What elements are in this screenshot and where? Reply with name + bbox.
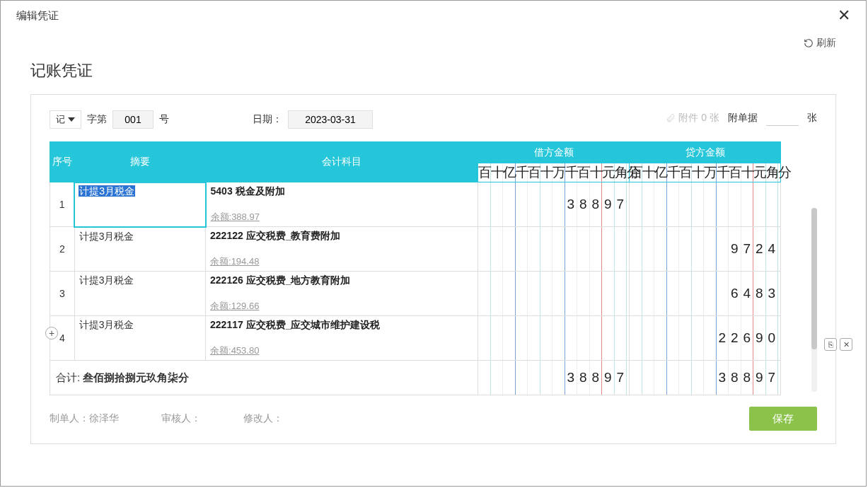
debit-digit-header: 百十亿千百十万千百十元角分	[478, 163, 630, 182]
summary-cell[interactable]: 计提3月税金	[74, 227, 205, 272]
digit-cell: 0	[766, 316, 779, 360]
credit-amount[interactable]: 6483	[630, 272, 781, 316]
digit-cell	[615, 316, 627, 360]
digit-cell	[478, 227, 491, 271]
debit-amount[interactable]: 38897	[478, 182, 630, 227]
digit-cell	[778, 227, 791, 271]
account-cell[interactable]: 222122 应交税费_教育费附加余额:194.48	[206, 227, 478, 272]
digit-cell: 万	[552, 163, 565, 182]
debit-amount[interactable]	[478, 272, 630, 316]
attach-count-input[interactable]	[766, 110, 799, 126]
account-cell[interactable]: 222117 应交税费_应交城市维护建设税余额:453.80	[206, 316, 478, 361]
digit-cell	[491, 316, 504, 360]
digit-cell: 万	[704, 163, 717, 182]
page-title: 记账凭证	[30, 60, 836, 81]
digit-cell	[667, 361, 680, 395]
digit-cell: 百	[729, 163, 741, 182]
digit-cell	[528, 361, 540, 395]
digit-cell	[491, 361, 504, 395]
add-row-button[interactable]: +	[45, 327, 58, 339]
digit-cell	[540, 227, 553, 271]
digit-cell	[540, 182, 553, 226]
digit-cell	[692, 361, 705, 395]
summary-cell[interactable]: 计提3月税金	[74, 316, 205, 361]
digit-cell: 角	[766, 163, 779, 182]
digit-cell	[565, 272, 578, 315]
digit-cell	[679, 272, 692, 315]
digit-cell: 百	[528, 163, 540, 182]
digit-cell	[478, 316, 491, 360]
digit-cell	[654, 316, 667, 360]
digit-cell	[516, 316, 528, 360]
debit-amount[interactable]	[478, 227, 630, 272]
table-row: 4计提3月税金222117 应交税费_应交城市维护建设税余额:453.80226…	[50, 316, 781, 361]
digit-cell: 9	[753, 316, 766, 360]
digit-cell	[692, 227, 705, 271]
summary-cell[interactable]: 计提3月税金	[74, 182, 205, 227]
digit-cell: 6	[741, 316, 754, 360]
digit-cell	[667, 272, 680, 315]
date-input[interactable]	[288, 110, 373, 129]
account-cell[interactable]: 222126 应交税费_地方教育附加余额:129.66	[206, 272, 478, 316]
modal-title: 编辑凭证	[16, 9, 59, 23]
row-index: 3	[50, 272, 75, 316]
digit-cell	[692, 272, 705, 315]
digit-cell: 角	[615, 163, 627, 182]
digit-cell	[679, 361, 692, 395]
digit-cell	[577, 272, 590, 315]
debit-amount[interactable]	[478, 316, 630, 361]
digit-cell	[503, 316, 516, 360]
attachment-link[interactable]: 附件 0 张	[666, 112, 719, 124]
row-index: 1	[50, 182, 75, 227]
credit-amount[interactable]: 22690	[630, 316, 781, 361]
copy-row-button[interactable]: ⎘	[824, 338, 837, 351]
table-row: 1计提3月税金5403 税金及附加余额:388.9738897	[50, 182, 781, 227]
voucher-type-select[interactable]: 记	[50, 110, 81, 129]
table-row: 3计提3月税金222126 应交税费_地方教育附加余额:129.666483	[50, 272, 781, 316]
digit-cell	[778, 182, 791, 226]
digit-cell: 8	[577, 182, 590, 226]
digit-cell	[615, 272, 627, 315]
digit-cell	[516, 227, 528, 271]
digit-cell: 9	[753, 361, 766, 395]
digit-cell	[552, 316, 565, 360]
digit-cell	[717, 272, 729, 315]
paperclip-icon	[666, 113, 676, 123]
digit-cell: 6	[729, 272, 741, 315]
digit-cell: 7	[766, 361, 779, 395]
digit-cell: 百	[478, 163, 491, 182]
save-button[interactable]: 保存	[749, 407, 817, 431]
table-row: 2计提3月税金222122 应交税费_教育费附加余额:194.489724	[50, 227, 781, 272]
credit-amount[interactable]: 9724	[630, 227, 781, 272]
attach-unit-label: 张	[807, 112, 817, 124]
vertical-scrollbar[interactable]	[811, 208, 817, 392]
digit-cell	[528, 227, 540, 271]
digit-cell	[704, 227, 717, 271]
digit-cell	[766, 182, 779, 226]
account-cell[interactable]: 5403 税金及附加余额:388.97	[206, 182, 478, 227]
digit-cell: 十	[642, 163, 655, 182]
digit-cell	[503, 361, 516, 395]
summary-cell[interactable]: 计提3月税金	[74, 272, 205, 316]
voucher-number-input[interactable]	[112, 110, 154, 129]
voucher-grid: 序号 摘要 会计科目 借方金额 贷方金额 百十亿千百十万千百十元角分 百十亿千百…	[50, 141, 781, 395]
digit-cell	[552, 272, 565, 315]
refresh-button[interactable]: 刷新	[804, 37, 836, 50]
digit-cell: 8	[590, 182, 603, 226]
refresh-icon	[804, 38, 814, 48]
col-header-credit: 贷方金额	[630, 142, 781, 163]
digit-cell	[642, 361, 655, 395]
delete-row-button[interactable]: ✕	[840, 338, 852, 351]
chevron-down-icon	[68, 117, 75, 122]
close-icon[interactable]: ✕	[833, 8, 855, 23]
digit-cell: 千	[516, 163, 528, 182]
digit-cell	[654, 361, 667, 395]
credit-amount[interactable]	[630, 182, 781, 227]
digit-cell	[630, 182, 642, 226]
digit-cell	[565, 316, 578, 360]
digit-cell	[717, 182, 729, 226]
digit-cell	[577, 227, 590, 271]
maker-label: 制单人：徐泽华	[50, 412, 119, 425]
digit-cell	[642, 316, 655, 360]
digit-cell: 十	[692, 163, 705, 182]
